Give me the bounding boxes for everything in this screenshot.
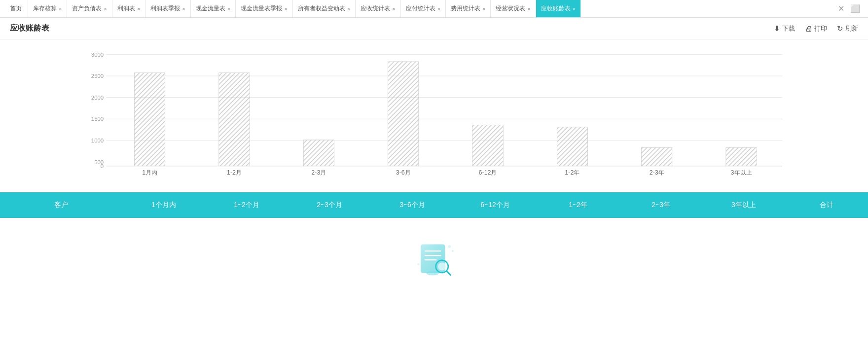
svg-line-29 — [446, 271, 450, 275]
tab-ap-stats[interactable]: 应付统计表 × — [401, 0, 446, 18]
tab-operation-label: 经营状况表 — [496, 4, 525, 13]
bar-3-6-month — [388, 62, 419, 166]
tab-cashflow[interactable]: 现金流量表 × — [191, 0, 236, 18]
close-cashflow-icon[interactable]: × — [227, 6, 230, 12]
tab-home[interactable]: 首页 — [4, 0, 28, 18]
th-2-3year: 2~3年 — [619, 201, 702, 210]
tab-cashflow-quarterly[interactable]: 现金流量表季报 × — [236, 0, 292, 18]
refresh-button[interactable]: ↻ 刷新 — [837, 24, 858, 33]
svg-text:1-2月: 1-2月 — [227, 169, 242, 176]
download-icon: ⬇ — [774, 24, 780, 33]
th-1month: 1个月内 — [122, 201, 205, 210]
tab-ar-stats-label: 应收统计表 — [361, 4, 390, 13]
table-header: 客户 1个月内 1~2个月 2~3个月 3~6个月 6~12个月 1~2年 2~… — [0, 192, 868, 218]
svg-text:2-3年: 2-3年 — [650, 169, 664, 176]
chart-area: 3000 2500 2000 1500 1000 500 0 1月内 — [0, 39, 868, 192]
close-ap-stats-icon[interactable]: × — [437, 6, 440, 12]
bar-1-2-month — [219, 73, 250, 166]
th-6-12month: 6~12个月 — [454, 201, 537, 210]
th-3-6month: 3~6个月 — [371, 201, 454, 210]
close-ar-aging-icon[interactable]: × — [573, 6, 576, 12]
tab-expense-stats[interactable]: 费用统计表 × — [446, 0, 491, 18]
svg-point-30 — [427, 271, 439, 276]
bar-6-12-month — [472, 125, 503, 166]
tab-ar-aging[interactable]: 应收账龄表 × — [536, 0, 581, 18]
svg-point-32 — [452, 250, 454, 252]
tab-operation[interactable]: 经营状况表 × — [491, 0, 536, 18]
svg-text:1000: 1000 — [91, 138, 104, 143]
tab-ar-stats[interactable]: 应收统计表 × — [356, 0, 400, 18]
th-1-2month: 1~2个月 — [205, 201, 288, 210]
close-inventory-icon[interactable]: × — [59, 6, 62, 12]
page-title: 应收账龄表 — [10, 23, 49, 34]
bar-2-3-month — [303, 140, 334, 166]
header-actions: ⬇ 下载 🖨 打印 ↻ 刷新 — [774, 24, 858, 33]
close-profit-quarterly-icon[interactable]: × — [182, 6, 185, 12]
tab-profit-quarterly-label: 利润表季报 — [150, 4, 180, 13]
th-1-2year: 1~2年 — [537, 201, 619, 210]
tab-balance-sheet[interactable]: 资产负债表 × — [67, 0, 112, 18]
tab-cashflow-label: 现金流量表 — [196, 4, 225, 13]
tab-balance-sheet-label: 资产负债表 — [72, 4, 102, 13]
window-maximize-button[interactable]: ⬜ — [850, 4, 860, 13]
svg-text:1-2年: 1-2年 — [565, 169, 579, 176]
close-equity-icon[interactable]: × — [347, 6, 350, 12]
svg-point-28 — [438, 262, 446, 270]
tab-equity[interactable]: 所有者权益变动表 × — [293, 0, 356, 18]
bar-2-3-year — [642, 147, 672, 166]
bar-1-month — [135, 73, 165, 166]
close-balance-sheet-icon[interactable]: × — [104, 6, 107, 12]
tab-profit[interactable]: 利润表 × — [112, 0, 145, 18]
download-label: 下载 — [782, 24, 795, 33]
th-total: 合计 — [785, 201, 868, 210]
svg-text:3年以上: 3年以上 — [731, 169, 752, 176]
empty-state — [0, 218, 868, 355]
bar-chart: 3000 2500 2000 1500 1000 500 0 1月内 — [20, 49, 848, 182]
tab-inventory-label: 库存核算 — [33, 4, 57, 13]
th-2-3month: 2~3个月 — [288, 201, 371, 210]
print-button[interactable]: 🖨 打印 — [805, 24, 827, 33]
print-icon: 🖨 — [805, 24, 812, 33]
refresh-icon: ↻ — [837, 24, 843, 33]
window-controls: ✕ ⬜ — [838, 4, 864, 13]
window-close-button[interactable]: ✕ — [838, 4, 844, 13]
document-search-icon — [412, 238, 456, 282]
tab-profit-label: 利润表 — [117, 4, 135, 13]
th-customer: 客户 — [0, 201, 122, 210]
svg-text:2-3月: 2-3月 — [311, 169, 326, 176]
close-profit-icon[interactable]: × — [137, 6, 140, 12]
svg-text:6-12月: 6-12月 — [479, 169, 497, 176]
close-operation-icon[interactable]: × — [527, 6, 530, 12]
tab-bar: 首页 库存核算 × 资产负债表 × 利润表 × 利润表季报 × 现金流量表 × … — [0, 0, 868, 18]
y-axis: 3000 2500 2000 1500 1000 500 0 — [91, 52, 782, 169]
tab-ap-stats-label: 应付统计表 — [406, 4, 435, 13]
svg-text:1500: 1500 — [91, 116, 104, 122]
main-content: 3000 2500 2000 1500 1000 500 0 1月内 — [0, 39, 868, 355]
svg-point-33 — [417, 263, 420, 266]
refresh-label: 刷新 — [845, 24, 858, 33]
close-ar-stats-icon[interactable]: × — [392, 6, 395, 12]
tab-expense-stats-label: 费用统计表 — [451, 4, 480, 13]
th-3plus-year: 3年以上 — [702, 201, 785, 210]
svg-text:0: 0 — [101, 163, 104, 169]
print-label: 打印 — [814, 24, 827, 33]
bar-1-2-year — [557, 127, 587, 166]
page-header: 应收账龄表 ⬇ 下载 🖨 打印 ↻ 刷新 — [0, 18, 868, 39]
svg-text:3-6月: 3-6月 — [396, 169, 411, 176]
tab-ar-aging-label: 应收账龄表 — [541, 4, 571, 13]
svg-text:2500: 2500 — [91, 73, 104, 79]
home-tab-label: 首页 — [10, 4, 22, 13]
svg-point-31 — [448, 245, 451, 248]
svg-text:1月内: 1月内 — [142, 169, 157, 176]
svg-text:2000: 2000 — [91, 95, 104, 101]
download-button[interactable]: ⬇ 下载 — [774, 24, 795, 33]
svg-text:3000: 3000 — [91, 52, 104, 58]
tab-equity-label: 所有者权益变动表 — [298, 4, 345, 13]
close-cashflow-quarterly-icon[interactable]: × — [284, 6, 287, 12]
bar-3plus-year — [726, 147, 757, 166]
tab-cashflow-quarterly-label: 现金流量表季报 — [241, 4, 282, 13]
tab-inventory[interactable]: 库存核算 × — [28, 0, 67, 18]
close-expense-stats-icon[interactable]: × — [482, 6, 485, 12]
tab-profit-quarterly[interactable]: 利润表季报 × — [145, 0, 190, 18]
